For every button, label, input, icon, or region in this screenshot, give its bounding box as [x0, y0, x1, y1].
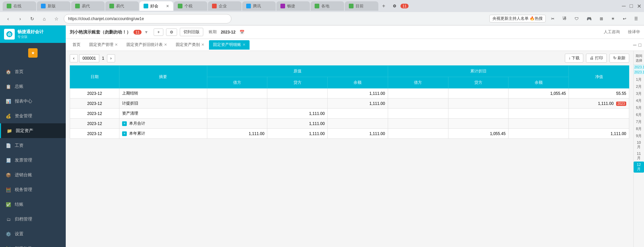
sidebar-item-label-reports: 报表中心 [15, 98, 32, 104]
sidebar-item-home[interactable]: 🏠 首页 [0, 64, 66, 79]
search-box[interactable]: 央视更新主持人名单 🔥热搜 [489, 15, 546, 22]
expand-icon[interactable]: ▼ [144, 30, 148, 35]
reload-button[interactable]: ↻ [28, 14, 37, 23]
tab-detail-close[interactable]: ✕ [243, 43, 246, 47]
cell-orig-balance-1: 1,111.00 [328, 99, 388, 109]
sidebar-item-tax[interactable]: 🧮 税务管理 [0, 182, 66, 197]
period-month-4[interactable]: 4月 [634, 97, 644, 104]
tab-home[interactable]: 首页 [68, 40, 85, 50]
sidebar-item-settings[interactable]: ⚙️ 设置 [0, 227, 66, 241]
browser-tab-label-9: 各地 [321, 3, 329, 9]
tab-category-close[interactable]: ✕ [201, 43, 204, 47]
browser-tab-5[interactable]: 个税 [174, 1, 207, 11]
sidebar-item-fixed-assets[interactable]: 📁 固定资产 [0, 123, 66, 138]
extensions-button[interactable]: ✂ [548, 16, 557, 22]
tab-home-label: 首页 [72, 42, 80, 48]
new-tab-button[interactable]: + [379, 1, 388, 11]
period-month-5[interactable]: 5月 [634, 104, 644, 111]
next-page-button[interactable]: › [107, 54, 115, 62]
switch-version-button[interactable]: 切到旧版 [180, 28, 203, 36]
print-button[interactable]: 🖨 打印 [586, 54, 606, 63]
browser-tab-4[interactable]: 好会 ✕ [140, 1, 173, 11]
tab-asset-category[interactable]: 固定资产类别 ✕ [172, 40, 208, 50]
window-close[interactable]: ✕ [637, 3, 641, 9]
sidebar-item-closing[interactable]: ✅ 结账 [0, 197, 66, 212]
browser-tab-8[interactable]: 畅捷 [276, 1, 310, 11]
tab-area-maximize[interactable]: □ [639, 42, 641, 48]
browser-tab-7[interactable]: 腾讯 [242, 1, 276, 11]
sidebar-item-label-assets: 固定资产 [16, 128, 33, 134]
game-button[interactable]: 🎮 [584, 16, 594, 22]
sidebar-item-reports[interactable]: 📊 报表中心 [0, 94, 66, 109]
menu-button[interactable]: ☰ [632, 16, 641, 22]
sidebar-item-invoices[interactable]: 🧾 发票管理 [0, 153, 66, 168]
period-month-8[interactable]: 8月 [634, 125, 644, 132]
browser-tab-3[interactable]: 易代 [105, 1, 139, 11]
company-name[interactable]: 刘小艳演示账套（勿删勿动！） [70, 29, 131, 35]
back-button[interactable]: ‹ [3, 14, 13, 23]
sidebar-item-guide[interactable]: 🔰 新手引导 [0, 241, 66, 247]
browser-tab-2[interactable]: 易代 [71, 1, 105, 11]
download-button[interactable]: ↓ 下载 [565, 54, 583, 63]
sidebar-item-label-inventory: 进销台账 [15, 172, 32, 178]
browser-tab-close-4[interactable]: ✕ [166, 4, 169, 8]
browser-tab-6[interactable]: 企业 [208, 1, 241, 11]
layout-button[interactable]: ⊞ [597, 16, 606, 22]
translate-button[interactable]: 译 [560, 15, 569, 22]
period-month-2[interactable]: 2月 [634, 83, 644, 90]
human-service-button[interactable]: 人工咨询 [604, 29, 620, 35]
tab-asset-detail[interactable]: 固定资产明细账 ✕ [209, 40, 250, 50]
sidebar-item-archive[interactable]: 🗂 归档管理 [0, 212, 66, 227]
period-month-12[interactable]: 12月 [634, 162, 644, 173]
settings-gear-button[interactable]: ⚙ [166, 28, 177, 36]
sidebar-item-payroll[interactable]: 📄 工资 [0, 138, 66, 153]
period-month-6[interactable]: 6月 [634, 111, 644, 118]
period-month-7[interactable]: 7月 [634, 118, 644, 125]
shield-button[interactable]: 🛡 [572, 16, 581, 22]
sidebar-item-funds[interactable]: 💰 资金管理 [0, 109, 66, 123]
browser-tab-9[interactable]: 各地 [311, 1, 344, 11]
home-button[interactable]: ⌂ [40, 14, 49, 23]
sidebar-item-general-ledger[interactable]: 📋 总账 [0, 79, 66, 94]
window-minimize[interactable]: ─ [622, 3, 626, 9]
browser-tab-10[interactable]: 目前 [345, 1, 378, 11]
refresh-button[interactable]: ↻ 刷新 [609, 54, 629, 63]
tab-settings-icon[interactable]: ⚙ [390, 2, 398, 10]
browser-tab-1[interactable]: 新版 [37, 1, 70, 11]
cell-net-0: 55.55 [569, 88, 629, 99]
tab-depreciation-stats[interactable]: 固定资产折旧统计表 ✕ [122, 40, 171, 50]
username[interactable]: 徐译华 [628, 29, 640, 35]
period-month-3[interactable]: 3月 [634, 90, 644, 97]
period-edit-icon[interactable]: 📅 [239, 30, 245, 35]
favorite-button[interactable]: ★ [28, 48, 38, 58]
tab-depreciation-close[interactable]: ✕ [164, 43, 167, 47]
cell-accum-debit-1 [388, 99, 448, 109]
tab-fixed-assets-management[interactable]: 固定资产管理 ✕ [85, 40, 122, 50]
prev-page-button[interactable]: ‹ [70, 54, 78, 62]
sidebar-item-label-closing: 结账 [15, 201, 23, 207]
sidebar-item-label-invoices: 发票管理 [15, 157, 32, 163]
period-month-9[interactable]: 9月 [634, 132, 644, 139]
browser-tab-0[interactable]: 在线 [3, 1, 36, 11]
cell-orig-credit-1 [267, 99, 328, 109]
period-month-1[interactable]: 1月 [634, 76, 644, 83]
th-orig-credit: 贷方 [267, 77, 328, 88]
bookmark-button[interactable]: ☆ [52, 14, 61, 23]
brightness-button[interactable]: ☀ [608, 16, 618, 22]
sidebar-item-label-ledger: 总账 [15, 83, 23, 89]
add-account-button[interactable]: + [154, 28, 163, 36]
tab-fixed-assets-label: 固定资产管理 [89, 42, 113, 48]
page-input[interactable] [79, 54, 99, 62]
address-input[interactable] [64, 14, 231, 23]
sidebar-logo: 会 畅捷通好会计 专业版 [0, 25, 66, 43]
period-month-11[interactable]: 11月 [634, 150, 644, 162]
row-badge-1: 2023 [616, 102, 626, 106]
window-maximize[interactable]: □ [630, 3, 633, 9]
forward-button[interactable]: › [15, 14, 25, 23]
header-right: 人工咨询 徐译华 [604, 29, 640, 35]
sidebar-item-inventory[interactable]: 📦 进销台账 [0, 168, 66, 182]
tab-area-minimize[interactable]: ─ [633, 42, 637, 48]
history-button[interactable]: ↩ [620, 16, 629, 22]
tab-fixed-assets-close[interactable]: ✕ [115, 43, 118, 47]
period-month-10[interactable]: 10月 [634, 139, 644, 150]
